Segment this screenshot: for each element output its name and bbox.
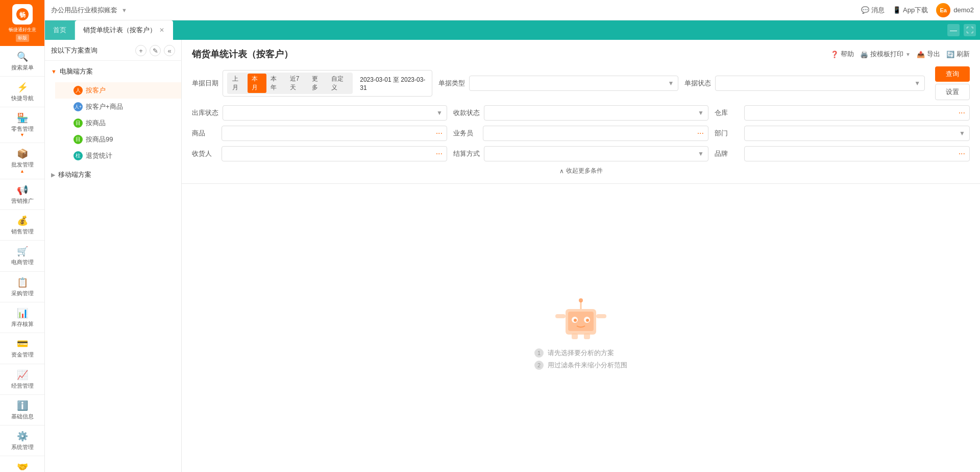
business-icon: 📈 <box>17 369 28 381</box>
sidebar-item-sales[interactable]: 💰 销售管理 <box>0 210 44 241</box>
sidebar-item-wholesale[interactable]: 📦 批发管理 ▲ <box>0 143 44 179</box>
left-panel-header: 按以下方案查询 + ✎ « <box>45 40 181 61</box>
filter-item-department: 部门 ▼ <box>715 126 970 141</box>
date-control[interactable]: 上月 本月 本年 近7天 更多 自定义 2023-03-01 至 2023-03… <box>223 70 432 97</box>
salesperson-control[interactable]: ··· <box>483 126 708 141</box>
payment-status-arrow: ▼ <box>698 109 704 116</box>
date-tab-this-year[interactable]: 本年 <box>266 74 286 93</box>
collapse-bar[interactable]: ∧ 收起更多条件 <box>192 163 970 178</box>
purchase-icon: 📋 <box>17 277 28 288</box>
industry-dropdown-icon[interactable]: ▼ <box>121 7 127 13</box>
sidebar-item-label: 库存核算 <box>11 320 34 327</box>
sidebar-item-inventory[interactable]: 📊 库存核算 <box>0 302 44 333</box>
date-tab-custom[interactable]: 自定义 <box>327 74 352 93</box>
user-profile[interactable]: Ea demo2 <box>936 3 974 17</box>
filter-item-salesperson: 业务员 ··· <box>453 126 708 141</box>
warehouse-control[interactable]: ··· <box>744 105 970 121</box>
tab-sales-report[interactable]: 销货单统计表（按客户） ✕ <box>75 20 173 40</box>
salesperson-label: 业务员 <box>453 129 479 138</box>
recipient-control[interactable]: ··· <box>222 146 447 161</box>
user-name: demo2 <box>953 6 974 14</box>
svg-point-9 <box>579 298 583 302</box>
print-btn[interactable]: 🖨️ 按模板打印 ▼ <box>860 50 911 59</box>
tab-home[interactable]: 首页 <box>45 20 75 40</box>
collapse-panel-btn[interactable]: « <box>164 45 175 56</box>
user-avatar: Ea <box>936 3 950 17</box>
sidebar-item-label: 销售管理 <box>11 228 34 235</box>
help-btn[interactable]: ❓ 帮助 <box>830 50 854 59</box>
app-download-icon: 📱 <box>893 6 901 14</box>
message-btn[interactable]: 💬 消息 <box>861 6 885 15</box>
sidebar-item-purchase[interactable]: 📋 采购管理 <box>0 272 44 302</box>
sidebar-item-retail[interactable]: 🏪 零售管理 ▼ <box>0 107 44 143</box>
filter-item-product: 商品 ··· <box>192 126 447 141</box>
sidebar-item-finance[interactable]: 💳 资金管理 <box>0 333 44 364</box>
sidebar-item-system[interactable]: ⚙️ 系统管理 <box>0 426 44 456</box>
settings-btn[interactable]: 设置 <box>935 84 970 100</box>
refresh-btn[interactable]: 🔄 刷新 <box>946 50 970 59</box>
sidebar-item-marketing[interactable]: 📢 营销推广 <box>0 179 44 210</box>
empty-state: 1 请先选择要分析的方案 2 用过滤条件来缩小分析范围 <box>182 184 980 472</box>
tree-item-return-stats[interactable]: 柱 退货统计 <box>55 148 181 164</box>
date-range-value: 2023-03-01 至 2023-03-31 <box>360 76 427 91</box>
filter-actions: 查询 设置 <box>935 66 970 100</box>
topbar-left: 办公用品行业模拟账套 ▼ <box>51 6 127 15</box>
payment-method-control[interactable]: ▼ <box>484 146 708 161</box>
left-panel-title: 按以下方案查询 <box>51 46 97 55</box>
sidebar-item-label: 零售管理 <box>11 125 34 132</box>
edit-scheme-btn[interactable]: ✎ <box>150 45 161 56</box>
date-tab-more[interactable]: 更多 <box>308 74 327 93</box>
payment-status-control[interactable]: ▼ <box>484 105 708 121</box>
department-control[interactable]: ▼ <box>744 126 970 141</box>
department-arrow: ▼ <box>959 130 965 137</box>
tree-item-by-customer[interactable]: 人 按客户 <box>55 82 181 99</box>
sidebar-item-basic[interactable]: ℹ️ 基础信息 <box>0 395 44 426</box>
filter-row-3: 商品 ··· 业务员 ··· 部门 <box>192 126 970 141</box>
scheme-tree: ▼ 电脑端方案 人 按客户 人+ 按客户+商品 目 按商品 <box>45 61 181 472</box>
tab-minimize-btn[interactable]: — <box>947 24 960 36</box>
coop-icon: 🤝 <box>17 461 28 472</box>
svg-rect-11 <box>596 314 606 318</box>
brand-control[interactable]: ··· <box>744 146 970 161</box>
message-label: 消息 <box>871 6 885 15</box>
sidebar-item-ecommerce[interactable]: 🛒 电商管理 <box>0 241 44 271</box>
retail-icon: 🏪 <box>17 112 28 124</box>
app-download-btn[interactable]: 📱 App下载 <box>893 6 928 15</box>
date-tab-last-month[interactable]: 上月 <box>228 74 248 93</box>
marketing-icon: 📢 <box>17 184 28 196</box>
add-scheme-btn[interactable]: + <box>135 45 146 56</box>
print-label: 按模板打印 <box>870 50 903 59</box>
logo-text: 畅捷通好生意 <box>9 27 36 33</box>
filter-row-4: 收货人 ··· 结算方式 ▼ 品牌 <box>192 146 970 161</box>
sidebar-item-coop[interactable]: 🤝 企业协同 <box>0 456 44 472</box>
tab-maximize-btn[interactable]: ⛶ <box>964 24 976 36</box>
sidebar-item-business[interactable]: 📈 经营管理 <box>0 364 44 395</box>
sidebar-item-quick-nav[interactable]: ⚡ 快捷导航 <box>0 77 44 107</box>
date-tab-this-month[interactable]: 本月 <box>248 74 267 93</box>
tab-close-icon[interactable]: ✕ <box>159 27 164 34</box>
by-customer-product-icon: 人+ <box>74 102 83 111</box>
brand-label: 品牌 <box>715 149 740 158</box>
wholesale-icon: 📦 <box>17 148 28 159</box>
svg-rect-10 <box>555 314 566 318</box>
tree-item-by-product[interactable]: 目 按商品 <box>55 115 181 131</box>
tree-item-by-product-99[interactable]: 目 按商品99 <box>55 131 181 148</box>
tree-group-mobile[interactable]: ▶ 移动端方案 <box>45 167 181 182</box>
refresh-label: 刷新 <box>957 50 970 59</box>
left-panel-actions: + ✎ « <box>135 45 175 56</box>
export-btn[interactable]: 📤 导出 <box>917 50 940 59</box>
svg-rect-12 <box>572 333 578 339</box>
out-status-control[interactable]: ▼ <box>223 105 447 121</box>
recipient-dots: ··· <box>436 149 443 158</box>
doc-type-control[interactable]: ▼ <box>469 76 679 91</box>
date-tab-7days[interactable]: 近7天 <box>286 74 308 93</box>
doc-status-control[interactable]: ▼ <box>715 76 925 91</box>
sales-icon: 💰 <box>17 215 28 226</box>
tabbar-actions: — ⛶ <box>947 24 980 36</box>
tree-group-desktop[interactable]: ▼ 电脑端方案 <box>45 64 181 79</box>
sidebar-item-search[interactable]: 🔍 搜索菜单 <box>0 46 44 77</box>
tree-item-by-customer-product[interactable]: 人+ 按客户+商品 <box>55 99 181 115</box>
search-btn[interactable]: 查询 <box>935 66 970 82</box>
tabbar: 首页 销货单统计表（按客户） ✕ — ⛶ <box>45 20 980 40</box>
product-control[interactable]: ··· <box>222 126 447 141</box>
